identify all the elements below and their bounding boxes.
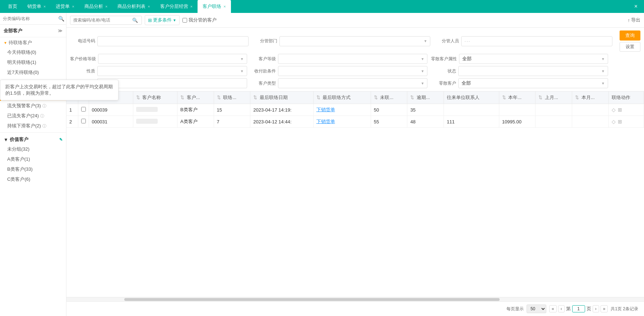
- payment-dropdown[interactable]: ▼: [278, 66, 428, 76]
- info-icon-churned[interactable]: ⓘ: [40, 113, 44, 119]
- per-page-select[interactable]: 50 20 100: [527, 305, 546, 313]
- page-unit: 页: [587, 306, 591, 312]
- nav-product-analysis[interactable]: 商品分析 ×: [79, 0, 112, 13]
- status-dropdown[interactable]: ▼: [458, 66, 608, 76]
- row1-view-icon[interactable]: ◇: [612, 107, 616, 113]
- sidebar-item-a-class[interactable]: A类客户(1): [0, 154, 66, 164]
- col-header-name: ⇅ 客户名称: [133, 91, 177, 104]
- row2-lastmethod[interactable]: 下销货单: [313, 116, 371, 128]
- last-page-button[interactable]: »: [601, 305, 608, 312]
- filter-bar: 🔍 ⊞ 更多条件 ▼ 我分管的客户 ↑ 导出: [66, 13, 644, 28]
- close-sales-tab[interactable]: ×: [43, 4, 46, 9]
- top-navigation: 首页 销货单 × 进货单 × 商品分析 × 商品分析列表 × 客户分层经营 × …: [0, 0, 644, 13]
- filter-row-4: ··· 客户类型 ▼ 零散客户 全部 ▼: [70, 78, 640, 88]
- row2-select[interactable]: [81, 119, 86, 123]
- filter-search-icon[interactable]: 🔍: [132, 18, 138, 23]
- sidebar-search-input[interactable]: [3, 16, 57, 21]
- sidebar-item-declining[interactable]: 持续下滑客户(2) ⓘ: [0, 121, 66, 131]
- info-icon-churn-warning[interactable]: ⓘ: [42, 103, 46, 109]
- nature-label: 性质: [70, 68, 95, 74]
- close-all-button[interactable]: ×: [631, 3, 641, 10]
- nav-customer-segment[interactable]: 客户分层经营 ×: [155, 0, 198, 13]
- customer-grade-dropdown[interactable]: ▼: [278, 54, 428, 64]
- filter-search-input[interactable]: [73, 18, 131, 23]
- pending-contact-group: ▼ 待联络客户: [0, 37, 66, 47]
- filter-department: 分管部门 ▼: [252, 36, 431, 46]
- sidebar-item-tomorrow[interactable]: 明天待联络(1): [0, 57, 66, 67]
- phone-label: 电话号码: [70, 38, 95, 44]
- sidebar-item-b-class[interactable]: B类客户(33): [0, 164, 66, 174]
- value-customers-group: ▼ 价值客户 ✎: [0, 134, 66, 144]
- close-purchase-tab[interactable]: ×: [72, 4, 74, 9]
- dots-input[interactable]: ···: [97, 78, 247, 88]
- info-icon-declining[interactable]: ⓘ: [42, 123, 46, 129]
- export-button[interactable]: ↑ 导出: [628, 17, 641, 23]
- sidebar-item-churned[interactable]: 已流失客户(24) ⓘ: [0, 111, 66, 121]
- phone-input[interactable]: [97, 36, 249, 46]
- nav-purchase[interactable]: 进货单 ×: [51, 0, 79, 13]
- page-label: 第: [566, 306, 571, 312]
- nav-sales[interactable]: 销货单 ×: [22, 0, 51, 13]
- close-product-analysis-tab[interactable]: ×: [105, 4, 107, 9]
- col-header-contact: ⇅ 联络...: [214, 91, 250, 104]
- close-customer-contact-tab[interactable]: ×: [223, 4, 226, 9]
- person-input[interactable]: ···: [461, 36, 612, 46]
- my-customers-checkbox[interactable]: [182, 18, 187, 23]
- row1-checkbox[interactable]: [78, 104, 89, 116]
- department-label: 分管部门: [252, 38, 277, 44]
- query-button[interactable]: 查询: [620, 30, 640, 41]
- sidebar-item-ungrouped[interactable]: 未分组(32): [0, 144, 66, 154]
- scatter-customer-dropdown[interactable]: 全部 ▼: [458, 78, 608, 88]
- table-horizontal-scrollbar[interactable]: [66, 297, 644, 301]
- customer-type-dropdown[interactable]: ▼: [278, 78, 428, 88]
- filter-person: 分管人员 ···: [434, 36, 612, 46]
- row1-lastmethod[interactable]: 下销货单: [313, 104, 371, 116]
- row1-grid-icon[interactable]: ⊞: [618, 107, 622, 113]
- price-grade-label: 客户价格等级: [70, 56, 96, 62]
- filter-search-wrapper: 🔍: [70, 16, 142, 25]
- first-page-button[interactable]: «: [549, 305, 557, 312]
- row2-lastmonth: [536, 116, 572, 128]
- scatter-attr-dropdown[interactable]: 全部 ▼: [459, 54, 608, 64]
- row2-lastmethod-link[interactable]: 下销货单: [316, 119, 335, 124]
- edit-value-group-icon[interactable]: ✎: [59, 137, 62, 142]
- row1-category: B类客户: [177, 104, 214, 116]
- prev-page-button[interactable]: ‹: [558, 305, 565, 312]
- sidebar-collapse-button[interactable]: ≫: [58, 28, 62, 33]
- row2-view-icon[interactable]: ◇: [612, 119, 616, 124]
- row1-lastmethod-link[interactable]: 下销货单: [316, 107, 335, 112]
- sidebar-item-c-class[interactable]: C类客户(6): [0, 174, 66, 184]
- sidebar-item-7days[interactable]: 近7天待联络(0): [0, 67, 66, 77]
- row1-overdue: 35: [407, 104, 444, 116]
- sidebar-item-churn-warning[interactable]: 流失预警客户(3) ⓘ: [0, 101, 66, 111]
- price-grade-dropdown[interactable]: ▼: [98, 54, 247, 64]
- row1-select[interactable]: [81, 107, 86, 112]
- nav-customer-contact[interactable]: 客户联络 ×: [198, 0, 231, 13]
- close-customer-segment-tab[interactable]: ×: [190, 4, 193, 9]
- close-product-analysis-list-tab[interactable]: ×: [148, 4, 150, 9]
- next-page-button[interactable]: ›: [593, 305, 599, 312]
- current-page-input[interactable]: [572, 305, 585, 312]
- nav-home[interactable]: 首页: [3, 0, 22, 13]
- row2-grid-icon[interactable]: ⊞: [618, 119, 622, 124]
- nature-dropdown[interactable]: ▼: [97, 66, 247, 76]
- pagination: « ‹ 第 页 › »: [549, 305, 608, 312]
- filter-customer-grade: 客户等级 ▼: [251, 54, 428, 64]
- row2-checkbox[interactable]: [78, 116, 89, 128]
- sidebar: 🔍 全部客户 ≫ ▼ 待联络客户 今天待联络(0) 明天待联络(1) 近7天待联…: [0, 13, 66, 316]
- triangle-icon-2: ▼: [4, 137, 8, 142]
- sidebar-search-icon[interactable]: 🔍: [58, 16, 64, 22]
- department-dropdown[interactable]: ▼: [279, 36, 431, 46]
- scroll-thumb[interactable]: [124, 298, 500, 301]
- row2-contact: 7: [214, 116, 250, 128]
- row2-thisyear: 10995.00: [499, 116, 536, 128]
- row2-contacts: 111: [444, 116, 499, 128]
- filter-phone: 电话号码: [70, 36, 249, 46]
- settings-button[interactable]: 设置: [620, 42, 640, 52]
- sidebar-item-today[interactable]: 今天待联络(0): [0, 47, 66, 57]
- more-conditions-button[interactable]: ⊞ 更多条件 ▼: [145, 15, 180, 25]
- bottom-bar: 每页显示 50 20 100 « ‹ 第 页 › » 共1页 2条记录: [66, 301, 644, 316]
- my-customers-checkbox-label[interactable]: 我分管的客户: [182, 17, 217, 23]
- nav-product-analysis-list[interactable]: 商品分析列表 ×: [112, 0, 155, 13]
- triangle-icon: ▼: [4, 41, 7, 45]
